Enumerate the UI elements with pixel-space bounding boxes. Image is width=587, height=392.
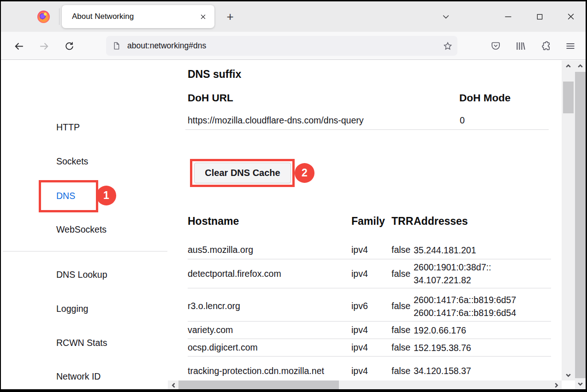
- tab-about-networking[interactable]: About Networking: [62, 5, 214, 28]
- tab-title: About Networking: [72, 12, 198, 21]
- back-button[interactable]: [12, 39, 26, 53]
- new-tab-button[interactable]: +: [223, 10, 237, 23]
- annotation-box-button: [190, 159, 295, 187]
- pocket-button[interactable]: [489, 39, 503, 53]
- page-content: HTTP Sockets DNS WebSockets DNS Lookup L…: [1, 60, 586, 389]
- sidebar-item-logging[interactable]: Logging: [56, 303, 88, 315]
- scroll-left-arrow-icon[interactable]: [169, 380, 178, 389]
- sidebar-item-dns-lookup[interactable]: DNS Lookup: [56, 269, 107, 281]
- horizontal-scrollbar[interactable]: [168, 380, 562, 389]
- back-arrow-icon: [13, 41, 25, 52]
- table-row: detectportal.firefox.com ipv4 false 2600…: [188, 259, 551, 288]
- hostname-cell: aus5.mozilla.org: [188, 245, 351, 255]
- scroll-right-arrow-icon[interactable]: [551, 380, 561, 389]
- addresses-cell: 35.244.181.201: [414, 241, 551, 259]
- doh-table-row: https://mozilla.cloudflare-dns.com/dns-q…: [188, 115, 551, 126]
- addresses-header: Addresses: [414, 215, 551, 228]
- window-body: About Networking +: [1, 1, 586, 389]
- close-icon: [200, 13, 207, 20]
- family-cell: ipv4: [351, 325, 391, 335]
- bookmark-star-icon[interactable]: [443, 41, 453, 51]
- addresses-cell: 2600:1417:6a::b819:6d57 2600:1417:6a::b8…: [414, 291, 551, 321]
- dns-table-header: Hostname Family TRR Addresses: [188, 213, 551, 229]
- family-cell: ipv4: [351, 245, 391, 255]
- url-bar[interactable]: about:networking#dns: [106, 36, 457, 56]
- library-button[interactable]: [514, 39, 528, 53]
- close-icon: [566, 12, 575, 21]
- doh-url-header: DoH URL: [188, 92, 459, 104]
- family-cell: ipv4: [351, 342, 391, 353]
- family-cell: ipv6: [351, 301, 391, 311]
- scroll-up-arrow-icon[interactable]: [563, 61, 573, 70]
- annotation-step-badge-1: 1: [96, 186, 116, 205]
- table-row: variety.com ipv4 false 192.0.66.176: [188, 322, 551, 339]
- chevron-down-icon: [441, 12, 451, 21]
- hostname-cell: detectportal.firefox.com: [188, 269, 351, 279]
- row-divider: [185, 129, 549, 130]
- window-minimize-button[interactable]: [501, 12, 515, 22]
- sidebar-item-sockets[interactable]: Sockets: [56, 155, 88, 167]
- sidebar-item-rcwn-stats[interactable]: RCWN Stats: [56, 337, 107, 349]
- table-row: ocsp.digicert.com ipv4 false 152.195.38.…: [188, 339, 551, 357]
- page-vertical-scrollbar[interactable]: [575, 60, 586, 389]
- extensions-button[interactable]: [539, 39, 553, 53]
- reload-icon: [64, 41, 75, 52]
- trr-header: TRR: [391, 215, 414, 228]
- hamburger-menu-icon: [565, 41, 576, 52]
- url-input[interactable]: about:networking#dns: [127, 41, 443, 51]
- navigation-toolbar: about:networking#dns: [1, 32, 586, 60]
- scroll-up-arrow-icon[interactable]: [575, 61, 585, 70]
- family-cell: ipv4: [351, 269, 391, 279]
- trr-cell: false: [391, 269, 414, 279]
- trr-cell: false: [391, 366, 414, 376]
- doh-table-header: DoH URL DoH Mode: [188, 92, 551, 104]
- hostname-cell: tracking-protection.cdn.mozilla.net: [188, 366, 351, 376]
- tab-separator: [59, 8, 59, 25]
- tab-close-button[interactable]: [198, 12, 208, 22]
- hostname-cell: r3.o.lencr.org: [188, 301, 351, 311]
- content-vertical-scrollbar[interactable]: [562, 60, 575, 380]
- addresses-cell: 152.195.38.76: [414, 339, 551, 356]
- hostname-cell: variety.com: [188, 325, 351, 335]
- sidebar-item-network-id[interactable]: Network ID: [56, 370, 101, 382]
- trr-cell: false: [391, 342, 414, 353]
- list-all-tabs-button[interactable]: [439, 12, 453, 22]
- doh-mode-header: DoH Mode: [459, 92, 551, 104]
- table-row: r3.o.lencr.org ipv6 false 2600:1417:6a::…: [188, 291, 551, 322]
- trr-cell: false: [391, 301, 414, 311]
- trr-cell: false: [391, 245, 414, 255]
- window-maximize-button[interactable]: [533, 12, 546, 22]
- pocket-icon: [490, 41, 501, 52]
- addresses-cell: 2600:1901:0:38d7:: 34.107.221.82: [414, 259, 551, 288]
- table-row: aus5.mozilla.org ipv4 false 35.244.181.2…: [188, 241, 551, 259]
- sidebar-divider: [3, 251, 167, 252]
- page-icon: [112, 41, 121, 50]
- doh-mode-value: 0: [460, 115, 551, 126]
- scroll-down-arrow-icon[interactable]: [575, 379, 585, 388]
- firefox-logo-icon[interactable]: [37, 11, 50, 23]
- reload-button[interactable]: [62, 40, 76, 53]
- doh-url-value: https://mozilla.cloudflare-dns.com/dns-q…: [188, 115, 460, 126]
- puzzle-piece-icon: [540, 41, 551, 52]
- browser-window: About Networking +: [0, 0, 587, 392]
- addresses-cell: 192.0.66.176: [414, 322, 551, 339]
- dns-suffix-heading: DNS suffix: [188, 68, 241, 81]
- family-cell: ipv4: [351, 366, 391, 376]
- scrollbar-thumb[interactable]: [575, 72, 586, 378]
- tab-bar: About Networking +: [1, 1, 586, 32]
- window-close-button[interactable]: [564, 12, 578, 22]
- family-header: Family: [351, 215, 391, 228]
- scroll-down-arrow-icon[interactable]: [563, 370, 573, 380]
- scrollbar-thumb[interactable]: [563, 82, 574, 113]
- forward-button[interactable]: [37, 39, 51, 53]
- annotation-step-badge-2: 2: [295, 163, 314, 183]
- annotation-box-dns: [39, 180, 98, 212]
- menu-button[interactable]: [563, 39, 577, 53]
- maximize-icon: [535, 12, 544, 21]
- trr-cell: false: [391, 325, 414, 335]
- sidebar-item-http[interactable]: HTTP: [56, 121, 80, 133]
- scrollbar-thumb[interactable]: [178, 380, 339, 389]
- hostname-cell: ocsp.digicert.com: [188, 342, 351, 353]
- sidebar-item-websockets[interactable]: WebSockets: [56, 223, 107, 235]
- minimize-icon: [504, 12, 513, 21]
